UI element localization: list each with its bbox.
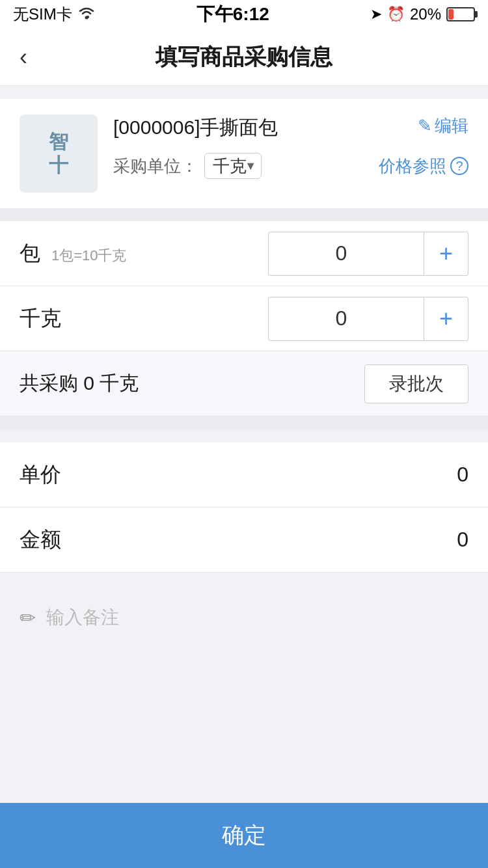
page-title: 填写商品采购信息: [156, 42, 332, 72]
kg-label: 千克: [20, 306, 61, 330]
carrier-text: 无SIM卡: [13, 4, 72, 25]
status-bar: 无SIM卡 下午6:12 ➤ ⏰ 20%: [0, 0, 488, 29]
product-thumbnail: 智 十: [20, 115, 98, 193]
battery-icon: [446, 7, 475, 21]
kg-number-input[interactable]: [268, 297, 424, 341]
note-section[interactable]: ✏ 输入备注: [0, 586, 488, 649]
edit-button[interactable]: ✎ 编辑: [418, 115, 468, 137]
bag-number-input[interactable]: [268, 232, 424, 276]
amount-row: 金额 0: [0, 508, 488, 573]
alarm-icon: ⏰: [387, 6, 405, 23]
price-ref-button[interactable]: 价格参照 ?: [379, 155, 468, 178]
product-info: [0000006]手撕面包 ✎ 编辑 采购单位： 千克克 价格参照 ?: [113, 115, 468, 179]
price-ref-label: 价格参照: [379, 155, 446, 178]
status-time: 下午6:12: [197, 2, 269, 27]
product-name: [0000006]手撕面包: [113, 115, 278, 141]
location-icon: ➤: [370, 6, 382, 23]
product-card: 智 十 [0000006]手撕面包 ✎ 编辑 采购单位： 千克克 价格参照 ?: [0, 99, 488, 208]
batch-button[interactable]: 录批次: [364, 364, 468, 403]
bag-sublabel: 1包=10千克: [51, 247, 127, 264]
back-button[interactable]: ‹: [20, 44, 27, 71]
unit-price-label: 单价: [20, 461, 61, 489]
bag-label: 包: [20, 241, 40, 265]
amount-label: 金额: [20, 526, 61, 554]
section-divider-1: [0, 208, 488, 221]
kg-plus-button[interactable]: +: [424, 297, 468, 341]
amount-value: 0: [457, 528, 468, 552]
nav-bar: ‹ 填写商品采购信息: [0, 29, 488, 86]
product-logo: 智 十: [49, 130, 68, 177]
note-placeholder: 输入备注: [46, 605, 119, 630]
confirm-button[interactable]: 确定: [0, 803, 488, 868]
price-section: 单价 0 金额 0: [0, 442, 488, 573]
section-divider-2: [0, 416, 488, 429]
battery-percent: 20%: [410, 5, 441, 23]
pencil-icon: ✏: [20, 606, 36, 629]
unit-dropdown-wrap[interactable]: 千克克: [204, 153, 262, 179]
kg-label-wrap: 千克: [20, 305, 268, 333]
bag-input-control: +: [268, 232, 468, 276]
unit-price-row: 单价 0: [0, 442, 488, 508]
total-section: 共采购 0 千克 录批次: [0, 351, 488, 416]
product-name-row: [0000006]手撕面包 ✎ 编辑: [113, 115, 468, 141]
status-left: 无SIM卡: [13, 4, 96, 25]
total-text: 共采购 0 千克: [20, 370, 139, 397]
bag-plus-button[interactable]: +: [424, 232, 468, 276]
unit-select[interactable]: 千克克: [204, 153, 262, 179]
product-unit-row: 采购单位： 千克克 价格参照 ?: [113, 153, 468, 179]
wifi-icon: [77, 5, 96, 23]
kg-input-row: 千克 +: [0, 286, 488, 351]
edit-label: 编辑: [435, 115, 468, 137]
status-right: ➤ ⏰ 20%: [370, 5, 475, 23]
bag-input-row: 包 1包=10千克 +: [0, 221, 488, 286]
quantity-input-section: 包 1包=10千克 + 千克 +: [0, 221, 488, 351]
edit-icon: ✎: [418, 116, 432, 136]
kg-input-control: +: [268, 297, 468, 341]
question-circle-icon: ?: [450, 157, 468, 175]
svg-point-0: [85, 16, 88, 20]
confirm-button-label: 确定: [222, 821, 266, 850]
unit-label: 采购单位：: [113, 155, 198, 178]
bag-label-wrap: 包 1包=10千克: [20, 239, 268, 268]
unit-price-value: 0: [457, 463, 468, 487]
